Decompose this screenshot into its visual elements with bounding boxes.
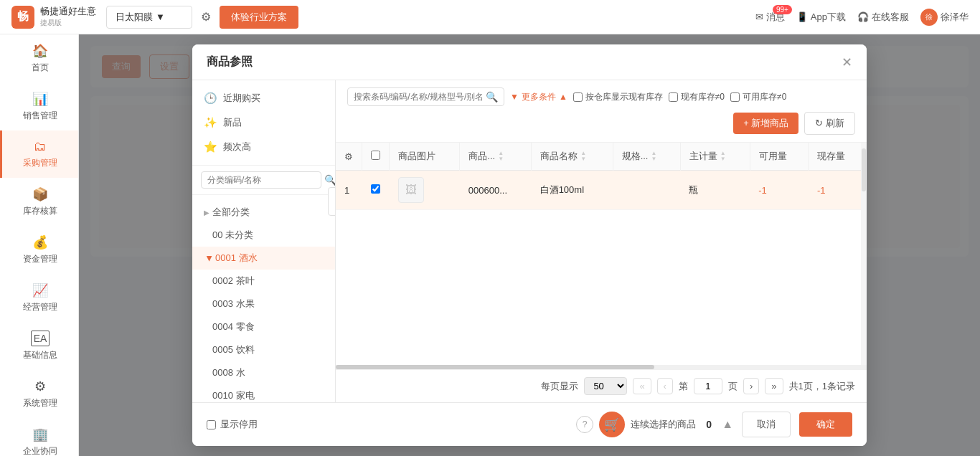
warehouse-display-checkbox-wrap[interactable]: 按仓库显示现有库存 xyxy=(573,91,663,103)
main-layout: 🏠 首页 📊 销售管理 🗂 采购管理 📦 库存核算 💰 资金管理 📈 经营管理 … xyxy=(0,34,980,456)
app-download-button[interactable]: 📱 App下载 xyxy=(796,11,846,24)
page-size-select[interactable]: 50 10 20 100 xyxy=(584,377,627,395)
usable-stock-checkbox-wrap[interactable]: 可用库存≠0 xyxy=(730,91,786,103)
quick-links: 🕒 近期购买 ✨ 新品 ⭐ 频次高 xyxy=(192,80,335,166)
nav-right: ✉ 消息 99+ 📱 App下载 🎧 在线客服 徐 徐泽华 xyxy=(755,9,969,26)
category-0005[interactable]: 0005 饮料 xyxy=(192,338,335,361)
modal-toolbar: 🔍 ▼ 更多条件 ▲ 按仓库显示现有库存 xyxy=(336,80,867,143)
sidebar-item-operation[interactable]: 📈 经营管理 xyxy=(0,274,78,322)
last-page-button[interactable]: » xyxy=(765,378,783,394)
next-page-button[interactable]: › xyxy=(743,378,759,394)
product-reference-modal: 商品参照 ✕ 🕒 近期购买 ✨ xyxy=(192,44,867,446)
category-0010[interactable]: 0010 家电 xyxy=(192,384,335,402)
col-name[interactable]: 商品名称 ▲ ▼ xyxy=(532,143,613,171)
table-horizontal-scrollbar[interactable] xyxy=(336,365,867,369)
page-number-input[interactable] xyxy=(694,378,722,394)
company-dropdown[interactable]: 日太阳膜 ▼ xyxy=(106,6,192,29)
modal-title: 商品参照 xyxy=(207,54,253,70)
row-checkbox[interactable] xyxy=(371,184,380,194)
inventory-icon: 📦 xyxy=(32,186,48,202)
available-stock-checkbox-wrap[interactable]: 现有库存≠0 xyxy=(669,91,725,103)
selected-count: 0 xyxy=(702,419,716,430)
confirm-button[interactable]: 确定 xyxy=(799,412,852,437)
row-available: -1 xyxy=(750,171,809,210)
category-search-input[interactable] xyxy=(201,171,321,189)
quick-link-frequent[interactable]: ⭐ 频次高 xyxy=(192,135,335,159)
refresh-button[interactable]: ↻ 刷新 xyxy=(804,112,855,135)
row-name: 白酒100ml xyxy=(532,171,613,210)
category-00[interactable]: 00 未分类 xyxy=(192,224,335,247)
category-tree: ▶ 全部分类 00 未分类 ▶ 0001 酒水 0002 茶 xyxy=(192,195,335,402)
category-0004[interactable]: 0004 零食 xyxy=(192,315,335,338)
select-all-checkbox[interactable] xyxy=(371,151,380,160)
chevron-down-icon: ▼ xyxy=(156,11,165,22)
column-settings-icon[interactable]: ⚙ xyxy=(344,151,353,162)
cancel-button[interactable]: 取消 xyxy=(742,412,791,437)
help-button[interactable]: ? xyxy=(576,416,593,433)
sales-icon: 📊 xyxy=(32,91,48,107)
warehouse-display-checkbox[interactable] xyxy=(573,92,583,102)
sidebar-item-inventory[interactable]: 📦 库存核算 xyxy=(0,178,78,226)
footer-cart-area: ? 🛒 连续选择的商品 0 ▲ xyxy=(576,412,733,437)
product-thumbnail: 🖼 xyxy=(398,177,424,203)
messages-button[interactable]: ✉ 消息 99+ xyxy=(755,11,785,24)
system-icon: ⚙ xyxy=(34,379,46,394)
sidebar-item-sales[interactable]: 📊 销售管理 xyxy=(0,82,78,130)
sidebar-item-purchase[interactable]: 🗂 采购管理 xyxy=(0,130,78,178)
product-table-wrap: ⚙ 商品图片 xyxy=(336,143,867,365)
category-0003[interactable]: 0003 水果 xyxy=(192,293,335,315)
online-service-button[interactable]: 🎧 在线客服 xyxy=(857,11,909,24)
row-unit: 瓶 xyxy=(680,171,750,210)
col-settings[interactable]: ⚙ xyxy=(336,143,362,171)
sidebar-item-base[interactable]: EA 基础信息 xyxy=(0,322,78,370)
gear-button[interactable]: ⚙ xyxy=(201,10,211,24)
first-page-button[interactable]: « xyxy=(633,378,651,394)
modal-left-panel: 🕒 近期购买 ✨ 新品 ⭐ 频次高 xyxy=(192,80,336,402)
trial-button[interactable]: 体验行业方案 xyxy=(220,6,298,29)
content-area: 查询 设置 刷新 商品参照 ✕ xyxy=(79,34,980,456)
sidebar-item-system[interactable]: ⚙ 系统管理 xyxy=(0,370,78,418)
category-0008[interactable]: 0008 水 xyxy=(192,361,335,384)
sort-down-icon: ▼ xyxy=(498,156,504,162)
filter-up-icon: ▲ xyxy=(559,92,567,102)
sidebar-item-finance[interactable]: 💰 资金管理 xyxy=(0,226,78,274)
sort-down-icon: ▼ xyxy=(580,156,586,162)
row-checkbox-cell xyxy=(362,171,390,210)
col-unit[interactable]: 主计量 ▲ ▼ xyxy=(680,143,750,171)
product-search-input[interactable] xyxy=(354,92,483,102)
show-disabled-checkbox-wrap[interactable]: 显示停用 xyxy=(207,418,258,431)
category-all[interactable]: ▶ 全部分类 xyxy=(192,201,335,224)
recent-icon: 🕒 xyxy=(204,92,217,105)
new-product-button[interactable]: + 新增商品 xyxy=(733,113,798,134)
sort-down-icon: ▼ xyxy=(651,156,656,162)
modal-close-button[interactable]: ✕ xyxy=(842,56,852,69)
enterprise-icon: 🏢 xyxy=(32,427,48,442)
col-image: 商品图片 xyxy=(390,143,460,171)
quick-link-new[interactable]: ✨ 新品 xyxy=(192,110,335,135)
category-0001[interactable]: ▶ 0001 酒水 xyxy=(192,247,335,270)
cart-icon: 🛒 xyxy=(604,417,620,432)
sidebar-item-home[interactable]: 🏠 首页 xyxy=(0,34,78,82)
category-search-button[interactable]: 🔍 xyxy=(324,174,336,186)
table-vertical-scrollbar[interactable] xyxy=(861,143,867,365)
prev-page-button[interactable]: ‹ xyxy=(657,378,673,394)
message-icon: ✉ xyxy=(755,11,763,22)
user-menu[interactable]: 徐 徐泽华 xyxy=(920,9,969,26)
usable-stock-checkbox[interactable] xyxy=(730,92,740,102)
h-scrollbar-thumb xyxy=(336,365,654,369)
sidebar-item-enterprise[interactable]: 🏢 企业协同 xyxy=(0,418,78,456)
quick-link-recent[interactable]: 🕒 近期购买 xyxy=(192,86,335,110)
available-stock-checkbox[interactable] xyxy=(669,92,678,102)
show-disabled-checkbox[interactable] xyxy=(207,420,216,429)
operation-icon: 📈 xyxy=(32,282,48,298)
collapse-cart-button[interactable]: ▲ xyxy=(722,418,733,431)
product-table: ⚙ 商品图片 xyxy=(336,143,867,210)
headset-icon: 🎧 xyxy=(857,11,869,22)
more-filter-button[interactable]: ▼ 更多条件 ▲ xyxy=(510,91,567,103)
col-spec[interactable]: 规格... ▲ ▼ xyxy=(613,143,680,171)
col-code[interactable]: 商品... ▲ ▼ xyxy=(460,143,532,171)
cart-button[interactable]: 🛒 xyxy=(599,412,625,437)
table-row[interactable]: 1 🖼 xyxy=(336,171,867,210)
category-0002[interactable]: 0002 茶叶 xyxy=(192,270,335,293)
collapse-panel-btn[interactable]: 《 xyxy=(328,187,336,216)
